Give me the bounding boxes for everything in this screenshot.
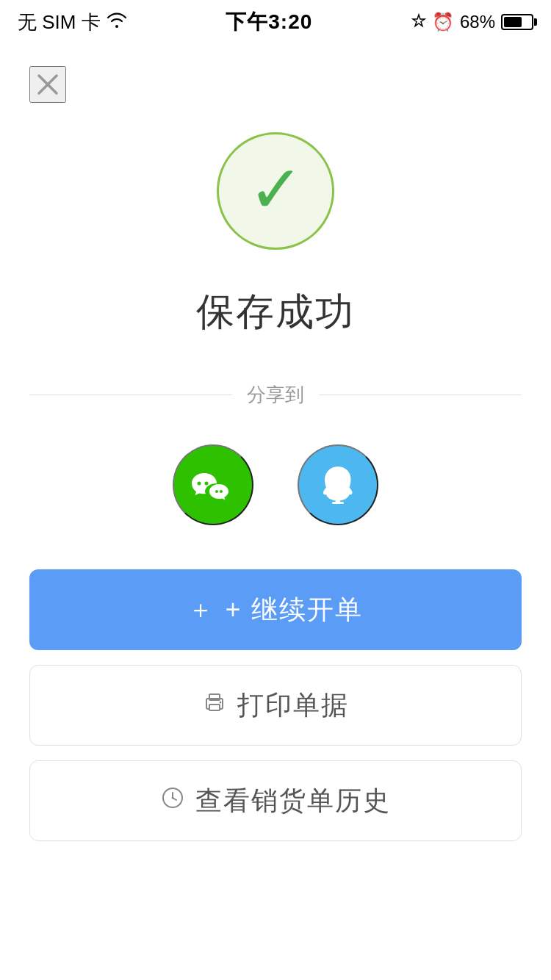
continue-order-label: + 继续开单 [225, 592, 362, 628]
status-time: 下午3:20 [226, 8, 312, 36]
svg-point-6 [220, 490, 223, 493]
sim-text: 无 SIM 卡 [18, 10, 101, 35]
battery-percent: 68% [460, 12, 495, 32]
svg-point-3 [198, 482, 201, 486]
status-left: 无 SIM 卡 [18, 10, 127, 35]
share-divider: 分享到 [29, 382, 522, 408]
main-content: ✓ 保存成功 分享到 [0, 44, 551, 863]
close-icon [35, 71, 61, 98]
print-label: 打印单据 [237, 688, 349, 724]
wechat-icon [189, 464, 237, 505]
share-section: 分享到 [29, 382, 522, 525]
wifi-icon [107, 12, 127, 32]
location-icon [411, 12, 426, 32]
battery-icon [501, 14, 533, 30]
share-label: 分享到 [247, 382, 304, 408]
share-icons [29, 444, 522, 525]
continue-order-button[interactable]: ＋ + 继续开单 [29, 569, 522, 650]
svg-point-4 [205, 482, 209, 486]
checkmark-icon: ✓ [248, 156, 303, 223]
status-bar: 无 SIM 卡 下午3:20 ⏰ 68% [0, 0, 551, 44]
history-icon [160, 785, 185, 816]
success-title: 保存成功 [196, 287, 355, 338]
history-label: 查看销货单历史 [195, 783, 391, 819]
svg-point-5 [215, 490, 218, 493]
plus-icon: ＋ [188, 593, 215, 627]
success-circle: ✓ [217, 132, 334, 250]
qq-icon [314, 461, 362, 509]
print-icon [202, 690, 227, 721]
close-button[interactable] [29, 66, 66, 103]
history-button[interactable]: 查看销货单历史 [29, 760, 522, 841]
svg-rect-9 [209, 705, 220, 710]
print-button[interactable]: 打印单据 [29, 665, 522, 746]
qq-share-button[interactable] [298, 444, 378, 525]
alarm-icon: ⏰ [432, 12, 454, 32]
status-right: ⏰ 68% [411, 12, 533, 32]
wechat-share-button[interactable] [173, 444, 253, 525]
buttons-section: ＋ + 继续开单 打印单据 [29, 569, 522, 841]
svg-point-10 [220, 702, 222, 704]
